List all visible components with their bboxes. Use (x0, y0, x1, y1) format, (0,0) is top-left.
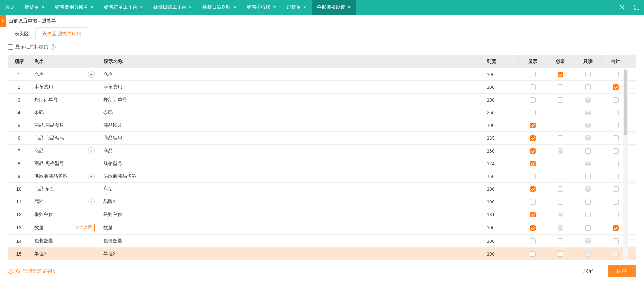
top-tab[interactable]: 销售费用分摊单✕ (50, 0, 99, 15)
table-row[interactable]: 13数量公式设置数量100 (8, 221, 636, 235)
top-tab[interactable]: 钱货日清工作台✕ (148, 0, 197, 15)
checkbox-show[interactable] (530, 110, 536, 115)
checkbox-required[interactable] (558, 72, 563, 77)
table-row[interactable]: 7商品+商品160 (8, 145, 636, 157)
cell-display[interactable]: 条码 (99, 106, 482, 119)
cell-width[interactable]: 100 (482, 235, 519, 248)
plus-icon[interactable]: + (88, 71, 95, 78)
cell-width[interactable]: 100 (482, 81, 519, 94)
checkbox-sum[interactable] (613, 135, 619, 141)
checkbox-sum[interactable] (613, 161, 619, 166)
table-row[interactable]: 4条码条码250 (8, 106, 636, 119)
checkbox-required[interactable] (558, 186, 563, 192)
cell-display[interactable]: 商品图片 (99, 119, 482, 132)
checkbox-show[interactable] (530, 186, 536, 192)
checkbox-required[interactable] (558, 199, 563, 205)
sub-tab[interactable]: 表体区-进货单明细 (35, 27, 88, 40)
checkbox-sum[interactable] (613, 199, 619, 205)
table-row[interactable]: 9供应商商品名称+供应商商品名称160 (8, 170, 636, 183)
top-tab[interactable]: 销售订单工作台✕ (99, 0, 148, 15)
close-icon[interactable]: ✕ (139, 5, 143, 10)
cell-width[interactable]: 165 (482, 132, 519, 145)
top-tab[interactable]: 销货单✕ (20, 0, 50, 15)
table-row[interactable]: 15单位2单位2100 (8, 248, 636, 260)
save-button[interactable]: 保存 (608, 265, 636, 277)
checkbox-sum[interactable] (613, 148, 619, 154)
checkbox-readonly[interactable] (585, 84, 591, 90)
close-all-tabs-button[interactable] (615, 5, 629, 10)
checkbox-readonly[interactable] (585, 72, 591, 77)
cell-display[interactable]: 采购单位 (99, 208, 482, 221)
checkbox-show[interactable] (530, 161, 536, 166)
close-icon[interactable]: ✕ (347, 5, 351, 10)
formula-settings-tag[interactable]: 公式设置 (72, 224, 95, 231)
table-row[interactable]: 12采购单位采购单位131 (8, 208, 636, 221)
close-icon[interactable]: ✕ (233, 5, 237, 10)
cell-width[interactable]: 160 (482, 170, 519, 183)
cell-width[interactable]: 160 (482, 145, 519, 157)
table-row[interactable]: 14包装数量包装数量100 (8, 235, 636, 248)
top-tab[interactable]: 进货单✕ (281, 0, 312, 15)
footer-help-icon[interactable]: ? (8, 269, 13, 274)
checkbox-sum[interactable] (613, 123, 619, 128)
scrollbar-thumb[interactable] (624, 70, 627, 135)
checkbox-required[interactable] (558, 238, 563, 244)
cell-display[interactable]: 车型 (99, 183, 482, 195)
top-tab[interactable]: 首页 (0, 0, 20, 15)
manage-custom-fields-link[interactable]: 管理自定义字段 (23, 268, 56, 274)
checkbox-required[interactable] (558, 123, 563, 128)
cell-width[interactable]: 100 (482, 195, 519, 208)
checkbox-sum[interactable] (613, 84, 619, 90)
checkbox-show[interactable] (530, 225, 536, 231)
table-row[interactable]: 2本单费用本单费用100 (8, 81, 636, 94)
checkbox-required[interactable] (558, 135, 563, 141)
cell-width[interactable]: 100 (482, 221, 519, 235)
top-tab[interactable]: 销售排行榜✕ (242, 0, 281, 15)
table-row[interactable]: 8商品.规格型号规格型号124 (8, 157, 636, 170)
close-icon[interactable]: ✕ (189, 5, 192, 10)
checkbox-show[interactable] (530, 148, 536, 154)
cancel-button[interactable]: 取消 (574, 265, 602, 277)
cell-width[interactable]: 100 (482, 248, 519, 260)
checkbox-sum[interactable] (613, 186, 619, 192)
plus-icon[interactable]: + (88, 198, 95, 205)
table-row[interactable]: 1仓库+仓库100 (8, 68, 636, 81)
close-icon[interactable]: ✕ (90, 5, 94, 10)
checkbox-show[interactable] (530, 72, 536, 77)
top-tab[interactable]: 钱货日清对账✕ (197, 0, 242, 15)
checkbox-sum[interactable] (613, 238, 619, 244)
expand-handle[interactable] (0, 15, 6, 27)
checkbox-readonly[interactable] (585, 148, 591, 154)
checkbox-sum[interactable] (613, 110, 619, 115)
cell-display[interactable]: 仓库 (99, 68, 482, 81)
table-row[interactable]: 11属性+品牌1100 (8, 195, 636, 208)
checkbox-readonly[interactable] (585, 174, 591, 179)
cell-width[interactable]: 100 (482, 183, 519, 195)
show-summary-tab-checkbox[interactable] (8, 44, 13, 50)
checkbox-show[interactable] (530, 135, 536, 141)
checkbox-show[interactable] (530, 97, 536, 103)
cell-display[interactable]: 商品 (99, 145, 482, 157)
checkbox-required[interactable] (558, 251, 563, 257)
cell-display[interactable]: 本单费用 (99, 81, 482, 94)
vertical-scrollbar[interactable] (623, 68, 628, 260)
checkbox-show[interactable] (530, 199, 536, 205)
cell-display[interactable]: 规格型号 (99, 157, 482, 170)
checkbox-required[interactable] (558, 110, 563, 115)
cell-display[interactable]: 品牌1 (99, 195, 482, 208)
table-row[interactable]: 10商品.车型车型100 (8, 183, 636, 195)
table-row[interactable]: 5商品.商品图片商品图片100 (8, 119, 636, 132)
checkbox-readonly[interactable] (585, 212, 591, 217)
cell-display[interactable]: 数量 (99, 221, 482, 235)
checkbox-required[interactable] (558, 161, 563, 166)
cell-display[interactable]: 商品编码 (99, 132, 482, 145)
sub-tab[interactable]: 表头区 (8, 28, 35, 40)
cell-display[interactable]: 单位2 (99, 248, 482, 260)
fullscreen-button[interactable] (629, 5, 644, 10)
checkbox-sum[interactable] (613, 174, 619, 179)
table-row[interactable]: 6商品.商品编码商品编码165 (8, 132, 636, 145)
cell-width[interactable]: 131 (482, 208, 519, 221)
table-row[interactable]: 3外部订单号外部订单号100 (8, 94, 636, 106)
show-summary-tab-option[interactable]: 显示汇总标签页 (8, 44, 48, 50)
checkbox-sum[interactable] (613, 225, 619, 231)
